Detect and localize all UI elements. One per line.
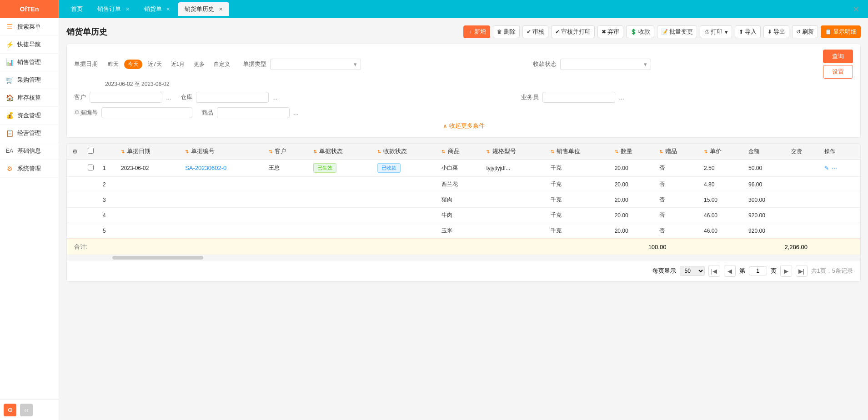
sidebar-item-label: 基础信息 [17, 147, 41, 155]
tab-close-sales-delivery[interactable]: ✕ [166, 6, 170, 12]
gear-icon[interactable]: ⚙ [72, 148, 78, 155]
row-payment-status [373, 223, 437, 239]
date-tab-custom[interactable]: 自定义 [210, 60, 234, 69]
date-tab-yesterday[interactable]: 昨天 [104, 60, 122, 69]
sort-icon: ⇅ [659, 149, 663, 154]
row-trade [787, 177, 820, 192]
row-doc-number [181, 208, 264, 223]
more-action[interactable]: ⋯ [832, 165, 837, 171]
date-tab-today[interactable]: 今天 [124, 60, 142, 69]
collapse-area: ∧ 收起更多条件 [74, 120, 853, 132]
date-tab-more[interactable]: 更多 [190, 60, 208, 69]
tab-sales-delivery[interactable]: 销货单 ✕ [138, 2, 177, 16]
row-customer [264, 223, 309, 239]
col-payment-status[interactable]: ⇅ 收款状态 [373, 144, 437, 160]
salesperson-ellipsis[interactable]: ... [619, 94, 624, 101]
sort-icon: ⇅ [442, 149, 445, 154]
sidebar-item-quick-nav[interactable]: ⚡ 快捷导航 [0, 36, 59, 54]
sidebar-settings-btn[interactable]: ⚙ [4, 404, 16, 416]
scrollbar-thumb[interactable] [112, 256, 203, 260]
col-doc-number[interactable]: ⇅ 单据编号 [181, 144, 264, 160]
horizontal-scrollbar[interactable] [67, 255, 860, 260]
collect-button[interactable]: 💲 收款 [626, 25, 654, 38]
sidebar-item-operations[interactable]: 📋 经营管理 [0, 125, 59, 142]
customer-ellipsis[interactable]: ... [166, 94, 171, 101]
sidebar-item-search-menu[interactable]: ☰ 搜索菜单 [0, 18, 59, 36]
row-doc-status [309, 208, 373, 223]
add-button[interactable]: ＋ 新增 [463, 25, 490, 38]
sidebar-item-base-info[interactable]: EA 基础信息 [0, 142, 59, 160]
export-icon: ⬇ [768, 29, 772, 35]
filter-date: 单据日期 昨天 今天 近7天 近1月 更多 自定义 [74, 60, 234, 69]
tab-home[interactable]: 首页 [65, 2, 89, 16]
refresh-button[interactable]: ↺ 刷新 [792, 25, 818, 38]
show-detail-button[interactable]: 📋 显示明细 [821, 25, 861, 38]
warehouse-input[interactable] [196, 92, 269, 103]
export-button[interactable]: ⬇ 导出 [763, 25, 789, 38]
doc-type-select[interactable]: ▾ [270, 59, 361, 70]
col-gift[interactable]: ⇅ 赠品 [655, 144, 699, 160]
row-checkbox-cell [83, 177, 98, 192]
col-doc-status[interactable]: ⇅ 单据状态 [309, 144, 373, 160]
warehouse-ellipsis[interactable]: ... [272, 94, 278, 101]
customer-input[interactable] [90, 92, 162, 103]
product-ellipsis[interactable]: ... [293, 109, 299, 116]
col-product[interactable]: ⇅ 商品 [437, 144, 482, 160]
date-label: 单据日期 [74, 60, 98, 68]
salesperson-input[interactable] [542, 92, 615, 103]
tab-sales-history[interactable]: 销货单历史 ✕ [178, 2, 229, 16]
col-qty[interactable]: ⇅ 数量 [610, 144, 655, 160]
page-size-select[interactable]: 50 100 200 [680, 266, 705, 276]
sidebar-item-inventory[interactable]: 🏠 库存核算 [0, 89, 59, 107]
tab-sales-order[interactable]: 销售订单 ✕ [91, 2, 136, 16]
tab-close-sales-history[interactable]: ✕ [219, 6, 223, 12]
batch-change-button[interactable]: 📝 批量变更 [657, 25, 697, 38]
last-page-btn[interactable]: ▶| [796, 265, 808, 277]
sidebar-item-finance[interactable]: 💰 资金管理 [0, 107, 59, 125]
col-row-num [98, 144, 116, 160]
sidebar-item-system-mgmt[interactable]: ⚙ 系统管理 [0, 160, 59, 178]
doc-number-link[interactable]: SA-20230602-0 [185, 165, 226, 171]
audit-print-button[interactable]: ✔ 审核并打印 [551, 25, 595, 38]
prev-page-btn[interactable]: ◀ [724, 265, 736, 277]
payment-status-select[interactable]: ▾ [560, 59, 651, 70]
sidebar-item-purchase-mgmt[interactable]: 🛒 采购管理 [0, 71, 59, 89]
delete-button[interactable]: 🗑 删除 [493, 25, 520, 38]
print-dropdown-arrow[interactable]: ▾ [725, 29, 728, 35]
query-button[interactable]: 查询 [823, 50, 853, 63]
abandon-button[interactable]: ✖ 弃审 [597, 25, 623, 38]
first-page-btn[interactable]: |◀ [708, 265, 720, 277]
row-doc-date [116, 177, 181, 192]
col-customer[interactable]: ⇅ 客户 [264, 144, 309, 160]
product-input[interactable] [217, 107, 290, 118]
page-label: 第 [739, 267, 745, 275]
audit-button[interactable]: ✔ 审核 [522, 25, 548, 38]
set-button[interactable]: 设置 [823, 65, 853, 79]
page-input[interactable] [749, 266, 767, 275]
print-button[interactable]: 🖨 打印 ▾ [700, 25, 732, 38]
sidebar-collapse-btn[interactable]: ‹‹ [20, 404, 33, 416]
date-range-display: 2023-06-02 至 2023-06-02 [105, 80, 853, 88]
edit-action[interactable]: ✎ [824, 165, 829, 171]
date-tab-1month[interactable]: 近1月 [167, 60, 189, 69]
doc-number-input[interactable] [101, 107, 192, 118]
date-tab-7days[interactable]: 近7天 [144, 60, 166, 69]
row-unit: 千克 [546, 160, 610, 177]
collapse-button[interactable]: ∧ 收起更多条件 [441, 120, 487, 132]
next-page-btn[interactable]: ▶ [780, 265, 792, 277]
doc-status-badge: 已生效 [313, 163, 336, 173]
col-unit[interactable]: ⇅ 销售单位 [546, 144, 610, 160]
tab-close-sales-order[interactable]: ✕ [125, 6, 130, 12]
close-all-tabs[interactable]: ✕ [849, 3, 863, 15]
sidebar-item-sales-mgmt[interactable]: 📊 销售管理 [0, 54, 59, 71]
col-spec[interactable]: ⇅ 规格型号 [482, 144, 546, 160]
col-price[interactable]: ⇅ 单价 [699, 144, 744, 160]
filter-customer: 客户 ... [74, 92, 171, 103]
col-doc-date[interactable]: ⇅ 单据日期 [116, 144, 181, 160]
select-all-checkbox[interactable] [88, 148, 94, 154]
import-button[interactable]: ⬆ 导入 [735, 25, 761, 38]
table-row: 1 2023-06-02 SA-20230602-0 王总 已生效 已收款 小白… [67, 160, 860, 177]
row-checkbox[interactable] [88, 165, 94, 170]
row-payment-status: 已收款 [373, 160, 437, 177]
page-header: 销货单历史 ＋ 新增 🗑 删除 ✔ 审核 ✔ 审核并打印 [66, 25, 861, 38]
